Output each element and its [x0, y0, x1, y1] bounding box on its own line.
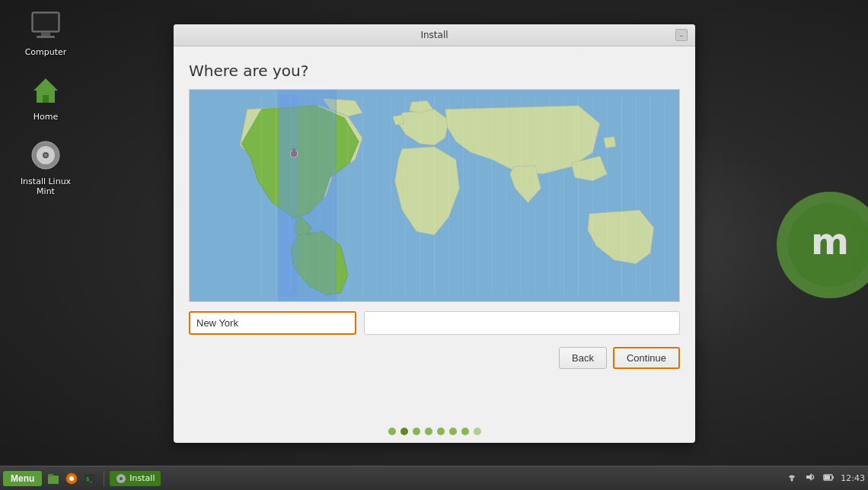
window-titlebar: Install – — [174, 24, 695, 46]
desktop-icon-home[interactable]: Home — [15, 72, 76, 122]
computer-icon — [27, 8, 64, 44]
taskbar-task-label: Install — [129, 473, 155, 483]
desktop: Computer Home Install Linu — [0, 0, 868, 490]
svg-point-52 — [120, 477, 123, 480]
taskbar-quick-launch: $_ — [45, 470, 98, 487]
timezone-city-input[interactable] — [189, 311, 356, 335]
progress-dot-5 — [437, 428, 445, 435]
network-tray-icon[interactable] — [786, 471, 798, 485]
taskbar-system-tray: 12:43 — [786, 471, 865, 485]
progress-dot-2 — [400, 428, 408, 435]
computer-icon-label: Computer — [25, 47, 67, 57]
svg-point-53 — [791, 479, 793, 482]
taskbar-menu-button[interactable]: Menu — [3, 471, 42, 486]
navigation-buttons: Back Continue — [189, 347, 680, 369]
power-tray-icon[interactable] — [822, 471, 834, 485]
progress-dot-1 — [388, 428, 396, 435]
volume-tray-icon[interactable] — [804, 471, 816, 485]
desktop-icons: Computer Home Install Linu — [15, 8, 76, 196]
svg-rect-57 — [832, 476, 834, 479]
progress-dot-6 — [449, 428, 457, 435]
world-map[interactable] — [189, 89, 680, 302]
svg-point-9 — [44, 154, 47, 157]
desktop-icon-install-mint[interactable]: Install Linux Mint — [15, 137, 76, 196]
svg-rect-46 — [48, 474, 53, 476]
desktop-icon-computer[interactable]: Computer — [15, 8, 76, 57]
taskbar: Menu $_ — [0, 466, 868, 490]
progress-dot-4 — [425, 428, 432, 435]
back-button[interactable]: Back — [559, 347, 607, 369]
taskbar-files-icon[interactable] — [45, 470, 62, 487]
home-icon-label: Home — [34, 112, 58, 122]
progress-dot-8 — [474, 428, 481, 435]
taskbar-browser-icon[interactable] — [63, 470, 80, 487]
svg-marker-54 — [806, 473, 812, 481]
svg-text:$_: $_ — [86, 476, 92, 482]
progress-dot-3 — [413, 428, 420, 435]
progress-dot-7 — [461, 428, 469, 435]
svg-rect-3 — [37, 36, 55, 38]
install-window: Install – Where are you? — [174, 24, 695, 443]
taskbar-time: 12:43 — [841, 473, 865, 483]
continue-button[interactable]: Continue — [613, 347, 680, 369]
window-title: Install — [193, 30, 675, 40]
svg-text:m: m — [811, 220, 849, 262]
taskbar-install-task[interactable]: Install — [110, 471, 161, 486]
page-heading: Where are you? — [189, 62, 680, 80]
window-content: Where are you? — [174, 46, 695, 417]
location-inputs — [189, 311, 680, 335]
svg-rect-1 — [34, 14, 58, 30]
disc-icon — [27, 137, 64, 173]
svg-rect-45 — [48, 476, 59, 484]
svg-rect-2 — [41, 32, 50, 36]
window-close-button[interactable]: – — [675, 29, 688, 41]
svg-point-48 — [69, 476, 74, 481]
home-icon — [27, 72, 64, 109]
taskbar-divider — [104, 471, 104, 486]
taskbar-terminal-icon[interactable]: $_ — [81, 470, 98, 487]
timezone-zone-input[interactable] — [364, 311, 680, 335]
svg-rect-5 — [43, 95, 49, 103]
install-mint-icon-label: Install Linux Mint — [15, 177, 76, 196]
progress-dots — [174, 417, 695, 443]
mint-logo: m — [731, 177, 868, 313]
svg-rect-56 — [825, 476, 830, 479]
